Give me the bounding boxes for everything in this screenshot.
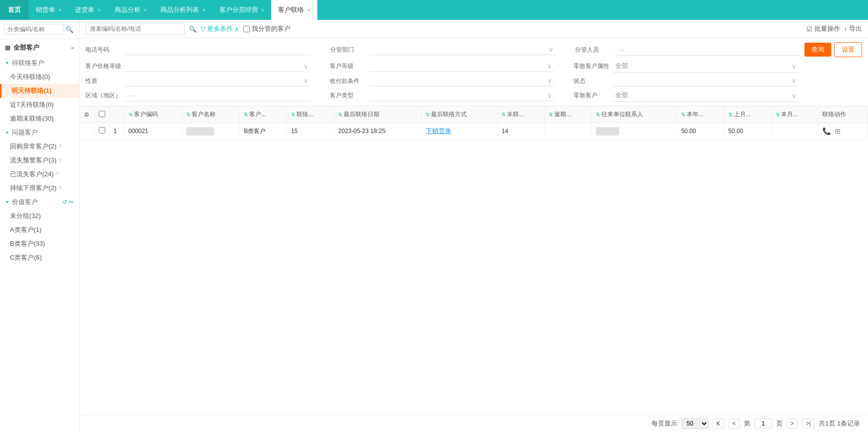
sidebar-search-input[interactable] [4, 24, 64, 35]
close-icon[interactable]: × [202, 7, 205, 13]
nav-item-sales[interactable]: 销货单 × [29, 0, 68, 20]
sidebar-item-overdue[interactable]: 逾期未联络(30) [0, 112, 79, 126]
search-input[interactable] [85, 23, 185, 35]
collapse-icon[interactable]: « [71, 45, 74, 51]
sidebar-item-c-class[interactable]: C类客户(6) [0, 251, 79, 265]
sidebar-item-ungrouped[interactable]: 未分组(32) [0, 209, 79, 223]
th-this-month[interactable]: ⇅本月... [771, 106, 818, 123]
th-checkbox[interactable] [94, 106, 109, 123]
customer-type-select[interactable]: ∨ [369, 90, 555, 101]
th-customer-name[interactable]: ⇅客户名称 [182, 106, 239, 123]
chevron-down-icon: ∨ [549, 46, 554, 53]
search-icon[interactable]: 🔍 [189, 25, 197, 33]
close-icon[interactable]: × [144, 7, 146, 13]
retail-attr-select[interactable]: 全部 ∨ [613, 60, 798, 72]
nav-item-analysis-list[interactable]: 商品分析列表 × [153, 0, 212, 20]
phone-icon[interactable]: 📞 [822, 127, 831, 135]
nav-item-customer-contact[interactable]: 客户联络 × [271, 0, 317, 20]
nav-item-analysis[interactable]: 商品分析 × [108, 0, 153, 20]
nav-home[interactable]: 首页 [0, 0, 29, 20]
sort-icon: ⇅ [129, 112, 133, 117]
manager-select[interactable]: ··· [615, 44, 800, 56]
retail-select[interactable]: 全部 ∨ [613, 89, 798, 102]
prev-page-button[interactable]: < [728, 419, 740, 429]
price-level-select[interactable]: ∨ [125, 61, 310, 72]
td-checkbox[interactable] [94, 123, 109, 140]
td-this-month [771, 123, 818, 140]
sidebar-item-7days[interactable]: 近7天待联络(0) [0, 98, 79, 112]
phone-input[interactable] [125, 45, 311, 55]
filter-manager: 分管人员 ··· [575, 44, 800, 56]
my-customers-checkbox[interactable] [243, 26, 250, 32]
value-edit-icon[interactable]: ✏ [69, 199, 74, 206]
more-conditions-button[interactable]: ▽ 更多条件 ∧ [201, 24, 239, 33]
sidebar-item-tomorrow[interactable]: 明天待联络(1) [0, 84, 79, 98]
per-page-select[interactable]: 50 100 200 [681, 418, 709, 429]
sidebar-search-icon[interactable]: 🔍 [66, 26, 73, 33]
td-customer-type: B类客户 [240, 123, 287, 140]
th-last-contact-date[interactable]: ⇅最后联络日期 [334, 106, 422, 123]
next-page-button[interactable]: > [787, 419, 798, 429]
customer-level-select[interactable]: ∨ [369, 61, 555, 72]
contact-method-link[interactable]: 下销货单 [426, 127, 451, 135]
page-label: 第 [744, 419, 750, 428]
th-uncontacted[interactable]: ⇅未联... [498, 106, 545, 123]
th-settings[interactable]: ⚙ [79, 106, 94, 123]
sort-icon: ⇅ [502, 112, 506, 117]
sidebar-item-lost[interactable]: 已流失客户(24) ? [0, 167, 79, 181]
sidebar-item-declining[interactable]: 持续下滑客户(2) ? [0, 181, 79, 195]
th-contact-person[interactable]: ⇅往来单位联系人 [592, 106, 677, 123]
filter-row-4: 区域（地区） ··· 客户类型 ∨ 零散客户 全部 [85, 89, 862, 102]
row-checkbox[interactable] [99, 127, 105, 134]
th-contact[interactable]: ⇅联络... [287, 106, 334, 123]
more-icon[interactable]: ··· [129, 91, 135, 99]
th-last-contact-method[interactable]: ⇅最后联络方式 [422, 106, 498, 123]
th-customer-code[interactable]: ⇅客户编码 [124, 106, 182, 123]
sidebar-item-today[interactable]: 今天待联络(0) [0, 70, 79, 84]
sort-icon: ⇅ [186, 112, 190, 117]
page-number-input[interactable] [754, 419, 772, 429]
settings-button[interactable]: 设置 [834, 42, 862, 57]
td-settings [79, 123, 94, 140]
help-icon: ? [59, 185, 62, 191]
close-icon[interactable]: × [261, 7, 264, 13]
area-select[interactable]: ··· [125, 90, 310, 101]
nature-select[interactable]: ∨ [125, 75, 310, 86]
filter-row-3: 性质 ∨ 收付款条件 ∨ 状态 ∨ [85, 75, 862, 86]
close-icon[interactable]: × [58, 7, 61, 13]
payment-select[interactable]: ∨ [369, 75, 555, 86]
sidebar-item-warning[interactable]: 流失预警客户(3) ? [0, 153, 79, 167]
value-refresh-icon[interactable]: ↺ [62, 199, 67, 206]
nav-item-customer-tier[interactable]: 客户分层经营 × [213, 0, 271, 20]
select-all-checkbox[interactable] [99, 111, 105, 117]
close-icon[interactable]: × [97, 7, 100, 13]
th-customer-type[interactable]: ⇅客户... [240, 106, 287, 123]
th-overdue[interactable]: ⇅逾期... [545, 106, 592, 123]
qr-icon[interactable]: ⊞ [835, 127, 841, 135]
filter-actions: ☑ 批量操作 ↑ 导出 [806, 24, 863, 33]
close-icon[interactable]: × [307, 7, 310, 13]
sidebar-item-a-class[interactable]: A类客户(1) [0, 223, 79, 237]
filter-customer-type: 客户类型 ∨ [330, 90, 555, 101]
th-last-month[interactable]: ⇅上月... [724, 106, 771, 123]
td-last-contact-method[interactable]: 下销货单 [422, 123, 498, 140]
batch-operation-button[interactable]: ☑ 批量操作 [806, 24, 840, 33]
first-page-button[interactable]: K [713, 419, 724, 429]
sort-icon: ⇅ [426, 112, 430, 117]
sidebar-group-problem: 问题客户 [0, 126, 79, 140]
chevron-down-icon: ∨ [547, 92, 552, 99]
th-this-year[interactable]: ⇅本年... [677, 106, 724, 123]
export-button[interactable]: ↑ 导出 [844, 24, 863, 33]
nav-item-purchase[interactable]: 进货单 × [68, 0, 107, 20]
filter-payment: 收付款条件 ∨ [330, 75, 555, 86]
sidebar-item-b-class[interactable]: B类客户(33) [0, 237, 79, 251]
more-icon[interactable]: ··· [619, 46, 625, 54]
status-select[interactable]: ∨ [613, 75, 798, 86]
filter-row-2: 客户价格等级 ∨ 客户等级 ∨ 零散客户属性 全部 [85, 60, 862, 72]
last-page-button[interactable]: >| [802, 419, 815, 429]
dept-select[interactable]: ∨ [370, 44, 556, 55]
td-last-contact-date: 2023-05-23 18:25: [334, 123, 422, 140]
all-customers-header[interactable]: ⊞ 全部客户 « [0, 39, 79, 56]
query-button[interactable]: 查询 [804, 43, 831, 57]
sidebar-item-abnormal[interactable]: 回购异常客户(2) ? [0, 140, 79, 153]
